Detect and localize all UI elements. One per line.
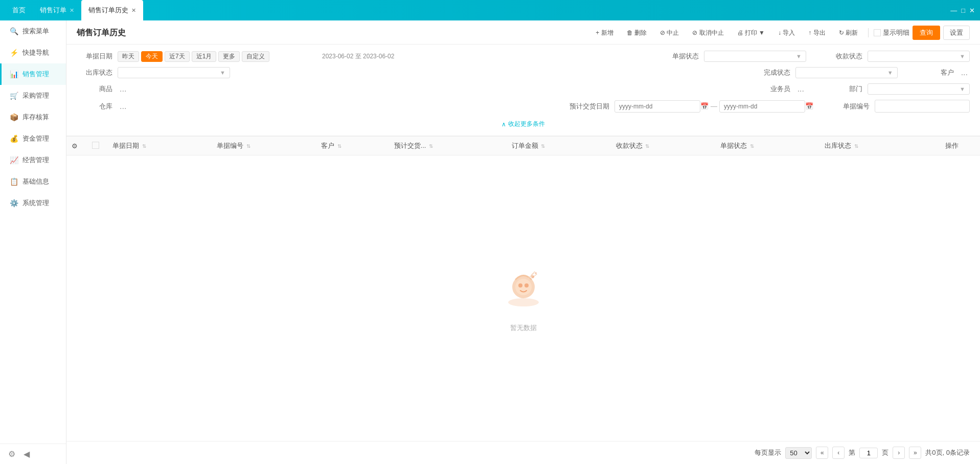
- outbound-status-label: 出库状态: [77, 68, 118, 77]
- sidebar-item-quick-nav[interactable]: ⚡ 快捷导航: [0, 42, 66, 63]
- filter-area: 单据日期 昨天 今天 近7天 近1月 更多 自定义 2023-06-02 至 2…: [66, 45, 980, 136]
- customer-input[interactable]: ...: [959, 68, 970, 77]
- goods-input[interactable]: ...: [118, 84, 128, 94]
- sidebar-item-system-mgmt[interactable]: ⚙️ 系统管理: [0, 192, 66, 214]
- page-title: 销售订单历史: [77, 28, 126, 38]
- page-size-select[interactable]: 50 10 20 100: [785, 447, 812, 459]
- settings-btn[interactable]: 设置: [943, 26, 970, 40]
- maximize-btn[interactable]: □: [961, 7, 965, 14]
- sidebar-item-purchase-mgmt[interactable]: 🛒 采购管理: [0, 85, 66, 106]
- page-input[interactable]: [859, 448, 878, 458]
- print-btn[interactable]: 🖨 打印 ▼: [732, 27, 770, 39]
- last-page-btn[interactable]: »: [909, 447, 921, 459]
- bill-number-input[interactable]: [875, 100, 970, 113]
- empty-text: 暂无数据: [510, 323, 537, 333]
- content-area: 销售订单历史 + 新增 🗑 删除 ⊘ 中止 ⊘ 取消中止 🖨 打印 ▼ ↓ 导入…: [66, 20, 980, 464]
- filter-row-3: 商品 ... 业务员 ... 部门 ▼: [77, 83, 970, 95]
- sidebar-item-inventory-calc[interactable]: 📦 库存核算: [0, 106, 66, 128]
- tab-sales-order-close[interactable]: ✕: [70, 7, 74, 14]
- collapse-row[interactable]: ∧ 收起更多条件: [77, 118, 970, 129]
- delete-btn[interactable]: 🗑 删除: [622, 27, 652, 39]
- sidebar-item-sales-mgmt[interactable]: 📊 销售管理: [0, 63, 66, 85]
- sidebar-item-finance-mgmt[interactable]: 💰 资金管理: [0, 128, 66, 149]
- delivery-date-from[interactable]: [614, 100, 700, 113]
- warehouse-input[interactable]: ...: [118, 102, 128, 111]
- calendar-from-icon[interactable]: 📅: [700, 102, 709, 110]
- settings-gear-icon[interactable]: ⚙: [72, 142, 78, 150]
- date-tag-yesterday[interactable]: 昨天: [118, 51, 139, 62]
- quick-nav-icon: ⚡: [10, 49, 18, 57]
- col-bill-no[interactable]: 单据编号 ⇅: [212, 137, 316, 156]
- page-header: 销售订单历史 + 新增 🗑 删除 ⊘ 中止 ⊘ 取消中止 🖨 打印 ▼ ↓ 导入…: [66, 20, 980, 45]
- sidebar-item-operations-mgmt[interactable]: 📈 经营管理: [0, 149, 66, 171]
- sort-customer-icon: ⇅: [337, 143, 341, 149]
- outbound-status-select[interactable]: ▼: [118, 67, 230, 78]
- operations-mgmt-icon: 📈: [10, 156, 18, 164]
- minimize-btn[interactable]: —: [950, 7, 957, 14]
- department-select[interactable]: ▼: [868, 83, 970, 95]
- receive-status-label: 收款状态: [827, 52, 868, 61]
- purchase-mgmt-icon: 🛒: [10, 92, 18, 100]
- sidebar-item-basic-info[interactable]: 📋 基础信息: [0, 171, 66, 192]
- next-page-btn[interactable]: ›: [893, 447, 905, 459]
- tab-sales-order[interactable]: 销售订单 ✕: [33, 0, 81, 20]
- select-all-checkbox[interactable]: [92, 142, 99, 149]
- tab-sales-order-history[interactable]: 销售订单历史 ✕: [81, 0, 143, 20]
- department-label: 部门: [827, 84, 868, 94]
- date-dash: —: [709, 102, 719, 110]
- sort-bill-no-icon: ⇅: [246, 143, 250, 149]
- receive-status-chevron: ▼: [960, 53, 965, 59]
- calendar-to-icon[interactable]: 📅: [805, 102, 813, 110]
- refresh-btn[interactable]: ↻ 刷新: [834, 27, 863, 39]
- prev-page-btn[interactable]: ‹: [832, 447, 845, 459]
- sort-date-icon: ⇅: [142, 143, 146, 149]
- tab-sales-order-history-close[interactable]: ✕: [131, 7, 136, 14]
- filter-row-4: 仓库 ... 预计交货日期 📅 — 📅 单据编号: [77, 100, 970, 113]
- col-settings[interactable]: ⚙: [66, 137, 87, 156]
- search-icon: 🔍: [10, 27, 18, 35]
- first-page-btn[interactable]: «: [816, 447, 828, 459]
- date-label: 单据日期: [77, 52, 118, 61]
- show-detail-checkbox[interactable]: [874, 29, 881, 36]
- completion-status-select[interactable]: ▼: [795, 67, 898, 78]
- tab-home[interactable]: 首页: [5, 0, 33, 20]
- receive-status-select[interactable]: ▼: [868, 51, 970, 62]
- date-tag-custom[interactable]: 自定义: [242, 51, 269, 62]
- sidebar-collapse-btn[interactable]: ◀: [24, 449, 30, 459]
- col-bill-status[interactable]: 单据状态 ⇅: [715, 137, 819, 156]
- col-check[interactable]: [87, 137, 107, 156]
- date-tag-1month[interactable]: 近1月: [192, 51, 217, 62]
- sort-delivery-icon: ⇅: [429, 143, 433, 149]
- inventory-calc-icon: 📦: [10, 113, 18, 121]
- window-close-btn[interactable]: ✕: [969, 7, 975, 14]
- stop-btn[interactable]: ⊘ 中止: [655, 27, 684, 39]
- export-btn[interactable]: ↑ 导出: [803, 27, 830, 39]
- cancel-stop-btn[interactable]: ⊘ 取消中止: [687, 27, 728, 39]
- department-chevron: ▼: [960, 86, 965, 92]
- delivery-date-to[interactable]: [719, 100, 805, 113]
- top-bar: 首页 销售订单 ✕ 销售订单历史 ✕ — □ ✕: [0, 0, 980, 20]
- import-btn[interactable]: ↓ 导入: [773, 27, 800, 39]
- new-btn[interactable]: + 新增: [590, 27, 618, 39]
- expected-delivery-label: 预计交货日期: [568, 102, 614, 111]
- sidebar-settings-btn[interactable]: ⚙: [8, 449, 15, 459]
- col-expected-delivery[interactable]: 预计交货... ⇅: [389, 137, 507, 156]
- date-tag-more[interactable]: 更多: [218, 51, 240, 62]
- col-date[interactable]: 单据日期 ⇅: [107, 137, 212, 156]
- date-tag-today[interactable]: 今天: [141, 51, 163, 62]
- salesperson-input[interactable]: ...: [795, 84, 806, 94]
- completion-status-chevron: ▼: [887, 70, 893, 76]
- sidebar-item-search[interactable]: 🔍 搜索菜单: [0, 20, 66, 42]
- sidebar: 🔍 搜索菜单 ⚡ 快捷导航 📊 销售管理 🛒 采购管理 📦 库存核算 💰 资金管…: [0, 20, 66, 464]
- date-tag-7days[interactable]: 近7天: [165, 51, 190, 62]
- col-customer[interactable]: 客户 ⇅: [316, 137, 389, 156]
- bill-status-select[interactable]: ▼: [704, 51, 806, 62]
- pagination-bar: 每页显示 50 10 20 100 « ‹ 第 页 › » 共0页, 0条记录: [66, 441, 980, 464]
- query-btn[interactable]: 查询: [913, 26, 940, 40]
- collapse-up-icon: ∧: [502, 121, 506, 128]
- total-records-text: 共0页, 0条记录: [925, 448, 970, 457]
- col-receive-status[interactable]: 收款状态 ⇅: [611, 137, 715, 156]
- svg-point-3: [518, 283, 522, 288]
- col-order-amount[interactable]: 订单金额 ⇅: [507, 137, 611, 156]
- col-outbound-status[interactable]: 出库状态 ⇅: [819, 137, 924, 156]
